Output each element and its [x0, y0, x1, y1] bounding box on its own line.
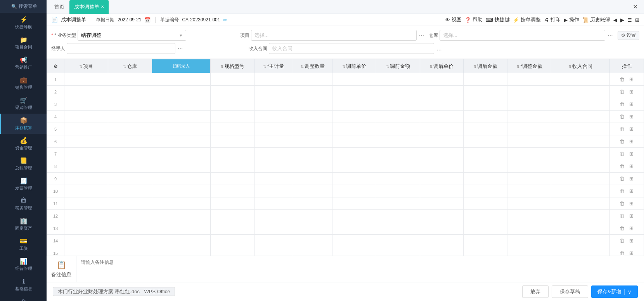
cell-11-3[interactable] — [152, 197, 211, 210]
cell-2-4[interactable] — [210, 86, 254, 98]
cell-14-5[interactable] — [254, 235, 293, 247]
cell-11-2[interactable] — [108, 197, 152, 210]
delete-btn-14[interactable]: 🗑 — [618, 237, 626, 245]
cell-12-6[interactable] — [293, 210, 332, 222]
cell-10-5[interactable] — [254, 185, 293, 197]
cell-14-9[interactable] — [420, 235, 464, 247]
cell-4-1[interactable] — [64, 111, 108, 123]
delete-btn-4[interactable]: 🗑 — [618, 113, 626, 121]
cell-15-10[interactable] — [464, 247, 507, 256]
cell-3-11[interactable] — [507, 98, 551, 111]
cell-9-9[interactable] — [420, 173, 464, 185]
cell-12-4[interactable] — [210, 210, 254, 222]
cell-7-6[interactable] — [293, 148, 332, 160]
cell-6-5[interactable] — [254, 135, 293, 148]
cell-10-2[interactable] — [108, 185, 152, 197]
cell-5-7[interactable] — [332, 123, 376, 135]
cell-7-8[interactable] — [376, 148, 420, 160]
delete-btn-13[interactable]: 🗑 — [618, 225, 626, 232]
cell-9-11[interactable] — [507, 173, 551, 185]
cell-13-12[interactable] — [551, 222, 610, 235]
cell-8-3[interactable] — [152, 160, 211, 173]
delete-btn-3[interactable]: 🗑 — [618, 100, 626, 108]
cell-8-6[interactable] — [293, 160, 332, 173]
history-btn[interactable]: 📜 历史账簿 — [582, 16, 610, 23]
copy-btn-9[interactable]: ⊞ — [628, 175, 635, 183]
list-view-btn2[interactable]: ⊞ — [635, 17, 639, 23]
income-contract-input[interactable]: 收入合同 — [269, 43, 434, 54]
cell-15-7[interactable] — [332, 247, 376, 256]
delete-btn-11[interactable]: 🗑 — [618, 200, 626, 208]
cell-15-6[interactable] — [293, 247, 332, 256]
cell-12-12[interactable] — [551, 210, 610, 222]
delete-btn-10[interactable]: 🗑 — [618, 187, 626, 195]
sidebar-item-assets[interactable]: 🏢 固定资产 — [0, 214, 47, 234]
sidebar-item-sys-mgmt[interactable]: ⚙ 系统管理 — [0, 295, 47, 301]
copy-btn-10[interactable]: ⊞ — [628, 187, 635, 195]
cell-3-3[interactable] — [152, 98, 211, 111]
cell-3-8[interactable] — [376, 98, 420, 111]
cell-8-9[interactable] — [420, 160, 464, 173]
cell-1-2[interactable] — [108, 73, 152, 86]
cell-6-10[interactable] — [464, 135, 507, 148]
cell-3-4[interactable] — [210, 98, 254, 111]
cell-3-2[interactable] — [108, 98, 152, 111]
cell-3-9[interactable] — [420, 98, 464, 111]
cell-6-4[interactable] — [210, 135, 254, 148]
cell-4-2[interactable] — [108, 111, 152, 123]
cell-14-2[interactable] — [108, 235, 152, 247]
cell-7-5[interactable] — [254, 148, 293, 160]
cell-13-6[interactable] — [293, 222, 332, 235]
cell-12-1[interactable] — [64, 210, 108, 222]
cell-7-9[interactable] — [420, 148, 464, 160]
cell-14-11[interactable] — [507, 235, 551, 247]
hotkey-btn[interactable]: ⌨ 快捷键 — [486, 16, 510, 23]
notes-input[interactable] — [76, 256, 644, 282]
cell-13-9[interactable] — [420, 222, 464, 235]
cell-10-10[interactable] — [464, 185, 507, 197]
help-btn[interactable]: ❓ 帮助 — [465, 16, 483, 23]
income-contract-dots[interactable]: ... — [436, 45, 441, 52]
cell-4-10[interactable] — [464, 111, 507, 123]
cell-15-1[interactable] — [64, 247, 108, 256]
cell-10-1[interactable] — [64, 185, 108, 197]
delete-btn-1[interactable]: 🗑 — [618, 76, 626, 83]
cell-1-3[interactable] — [152, 73, 211, 86]
cell-10-11[interactable] — [507, 185, 551, 197]
cell-13-11[interactable] — [507, 222, 551, 235]
cell-1-7[interactable] — [332, 73, 376, 86]
cell-3-12[interactable] — [551, 98, 610, 111]
cell-3-10[interactable] — [464, 98, 507, 111]
cell-6-7[interactable] — [332, 135, 376, 148]
cell-15-11[interactable] — [507, 247, 551, 256]
sidebar-search[interactable]: 🔍 搜索菜单 — [0, 0, 47, 13]
cell-12-8[interactable] — [376, 210, 420, 222]
project-input[interactable]: 选择... — [251, 30, 417, 41]
copy-btn-14[interactable]: ⊞ — [628, 237, 635, 245]
cell-1-5[interactable] — [254, 73, 293, 86]
tab-home[interactable]: 首页 — [50, 0, 69, 14]
tab-close-icon[interactable]: ✕ — [101, 5, 104, 9]
settings-button[interactable]: ⚙ 设置 — [618, 31, 639, 40]
cell-4-7[interactable] — [332, 111, 376, 123]
cell-1-4[interactable] — [210, 73, 254, 86]
sidebar-item-ledger[interactable]: 📒 总账管理 — [0, 154, 47, 174]
delete-btn-7[interactable]: 🗑 — [618, 150, 626, 158]
warehouse-dots[interactable]: ··· — [608, 32, 613, 39]
sidebar-item-inventory[interactable]: 📦 库存核算 — [0, 114, 47, 134]
window-close-button[interactable]: ✕ — [630, 2, 641, 12]
cell-14-7[interactable] — [332, 235, 376, 247]
handler-input[interactable] — [67, 43, 175, 54]
cell-8-1[interactable] — [64, 160, 108, 173]
cell-9-4[interactable] — [210, 173, 254, 185]
cell-2-1[interactable] — [64, 86, 108, 98]
cell-7-3[interactable] — [152, 148, 211, 160]
cell-15-4[interactable] — [210, 247, 254, 256]
cell-4-3[interactable] — [152, 111, 211, 123]
cell-9-6[interactable] — [293, 173, 332, 185]
num-edit-icon[interactable]: ✏ — [223, 17, 227, 23]
copy-btn-8[interactable]: ⊞ — [628, 163, 635, 170]
cell-2-5[interactable] — [254, 86, 293, 98]
cell-8-7[interactable] — [332, 160, 376, 173]
sidebar-item-tax[interactable]: 🏛 税务管理 — [0, 194, 47, 214]
